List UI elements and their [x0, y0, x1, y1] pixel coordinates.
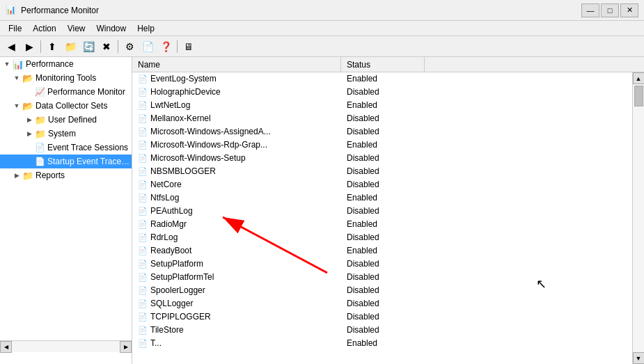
row-name: Microsoft-Windows-AssignedA...: [150, 127, 271, 136]
sidebar-label-datacollector: Data Collector Sets: [36, 101, 107, 111]
table-row[interactable]: 📄 HolographicDevice Disabled: [132, 86, 632, 99]
sidebar-item-performance[interactable]: ▼ 📊 Performance: [0, 57, 132, 71]
row-name: RadioMgr: [150, 219, 187, 229]
row-status: Disabled: [341, 205, 425, 216]
row-icon: 📄: [138, 127, 148, 136]
toolbar-extra[interactable]: 🖥: [180, 39, 197, 54]
table-row[interactable]: 📄 EventLog-System Enabled: [132, 72, 632, 86]
row-status: Disabled: [341, 271, 425, 283]
row-name: SpoolerLogger: [150, 285, 205, 295]
row-icon: 📄: [138, 220, 148, 229]
toolbar-properties[interactable]: ⚙: [121, 39, 138, 54]
toolbar-back[interactable]: ◀: [3, 39, 19, 54]
table-row[interactable]: 📄 RdrLog Disabled: [132, 231, 632, 244]
sidebar-item-perf-monitor[interactable]: 📈 Performance Monitor: [0, 85, 132, 99]
table-row[interactable]: 📄 NetCore Disabled: [132, 178, 632, 191]
sidebar-label-startuptrace: Startup Event Trace Ses...: [47, 157, 132, 166]
window-controls: — □ ✕: [581, 3, 638, 17]
toolbar-delete[interactable]: ✖: [98, 39, 115, 54]
table-row[interactable]: 📄 SetupPlatform Disabled: [132, 258, 632, 271]
hscroll-track: [12, 341, 120, 352]
sidebar-item-startup-trace[interactable]: 📄 Startup Event Trace Ses...: [0, 155, 132, 168]
table-row[interactable]: 📄 Mellanox-Kernel Disabled: [132, 112, 632, 125]
menu-view[interactable]: View: [62, 22, 91, 35]
row-icon: 📄: [138, 101, 148, 110]
row-status: Enabled: [341, 219, 425, 230]
sidebar-label-eventtrace: Event Trace Sessions: [47, 143, 128, 152]
maximize-button[interactable]: □: [601, 3, 619, 17]
minimize-button[interactable]: —: [581, 3, 599, 17]
sidebar-item-reports[interactable]: ▶ 📁 Reports: [0, 168, 132, 182]
hscroll-left[interactable]: ◀: [0, 341, 12, 353]
row-name: SetupPlatform: [150, 259, 203, 269]
row-status: Disabled: [341, 113, 425, 124]
menu-help[interactable]: Help: [132, 22, 160, 35]
toolbar-help[interactable]: ❓: [157, 39, 174, 54]
table-row[interactable]: 📄 SetupPlatformTel Disabled: [132, 271, 632, 284]
vscroll-track: [633, 84, 644, 352]
sidebar-item-monitoring-tools[interactable]: ▼ 📂 Monitoring Tools: [0, 71, 132, 85]
vscroll-up[interactable]: ▲: [633, 72, 645, 84]
content-pane: Name Status 📄 EventLog-System Enabled 📄 …: [132, 57, 644, 364]
table-row[interactable]: 📄 TileStore Disabled: [132, 324, 632, 337]
sidebar-label-system: System: [48, 129, 76, 139]
table-row[interactable]: 📄 NBSMBLOGGER Disabled: [132, 165, 632, 178]
table-row[interactable]: 📄 SpoolerLogger Disabled: [132, 284, 632, 297]
row-icon: 📄: [138, 114, 148, 123]
table-row[interactable]: 📄 Microsoft-Windows-Rdp-Grap... Enabled: [132, 139, 632, 152]
sidebar-item-system[interactable]: ▶ 📁 System: [0, 127, 132, 141]
row-name: HolographicDevice: [150, 87, 221, 97]
row-name: PEAuthLog: [150, 206, 193, 216]
table-row[interactable]: 📄 PEAuthLog Disabled: [132, 205, 632, 218]
table-row[interactable]: 📄 ReadyBoot Enabled: [132, 244, 632, 258]
hscroll-right[interactable]: ▶: [120, 341, 132, 353]
vscroll-thumb[interactable]: [634, 86, 643, 106]
table-row[interactable]: 📄 T... Enabled: [132, 337, 632, 350]
toolbar-up[interactable]: ⬆: [44, 39, 61, 54]
row-status: Disabled: [341, 126, 425, 137]
expander-performance: ▼: [1, 61, 13, 68]
reports-icon: 📁: [22, 171, 33, 181]
table-row[interactable]: 📄 SQLLogger Disabled: [132, 297, 632, 310]
sidebar-item-user-defined[interactable]: ▶ 📁 User Defined: [0, 113, 132, 127]
v-scrollbar: ▲ ▼: [632, 72, 644, 364]
row-status: Disabled: [341, 258, 425, 269]
row-icon: 📄: [138, 74, 148, 84]
expander-monitoring: ▼: [11, 74, 22, 81]
toolbar-forward[interactable]: ▶: [21, 39, 38, 54]
col-header-status[interactable]: Status: [341, 57, 425, 72]
row-status: Disabled: [341, 86, 425, 97]
row-name: TileStore: [150, 325, 184, 335]
sidebar-label-perfmon: Performance Monitor: [47, 87, 125, 97]
table-row[interactable]: 📄 TCPIPLOGGER Disabled: [132, 310, 632, 324]
vscroll-down[interactable]: ▼: [633, 352, 645, 364]
col-header-name[interactable]: Name: [132, 57, 341, 72]
toolbar-show-hide[interactable]: 📁: [62, 39, 79, 54]
row-name: Mellanox-Kernel: [150, 113, 211, 123]
toolbar-refresh[interactable]: 🔄: [80, 39, 97, 54]
menu-window[interactable]: Window: [91, 22, 132, 35]
system-icon: 📁: [35, 129, 46, 139]
table-row[interactable]: 📄 LwtNetLog Enabled: [132, 99, 632, 112]
row-status: Disabled: [341, 166, 425, 177]
row-status: Enabled: [341, 100, 425, 111]
row-icon: 📄: [138, 260, 148, 269]
row-icon: 📄: [138, 154, 148, 163]
menu-file[interactable]: File: [3, 22, 27, 35]
perfmon-icon: 📈: [35, 87, 45, 97]
row-icon: 📄: [138, 233, 148, 242]
table-row[interactable]: 📄 RadioMgr Enabled: [132, 218, 632, 231]
sidebar-item-data-collector[interactable]: ▼ 📂 Data Collector Sets: [0, 99, 132, 113]
close-button[interactable]: ✕: [620, 3, 638, 17]
row-icon: 📄: [138, 88, 148, 97]
menu-action[interactable]: Action: [27, 22, 61, 35]
toolbar-new[interactable]: 📄: [139, 39, 156, 54]
row-status: Disabled: [341, 311, 425, 322]
sidebar-item-event-trace[interactable]: 📄 Event Trace Sessions: [0, 141, 132, 155]
monitoring-icon: 📂: [22, 73, 33, 84]
row-name: EventLog-System: [150, 74, 217, 84]
table-row[interactable]: 📄 Microsoft-Windows-AssignedA... Disable…: [132, 125, 632, 139]
list-body[interactable]: 📄 EventLog-System Enabled 📄 HolographicD…: [132, 72, 632, 364]
table-row[interactable]: 📄 Microsoft-Windows-Setup Disabled: [132, 152, 632, 165]
table-row[interactable]: 📄 NtfsLog Enabled: [132, 191, 632, 205]
